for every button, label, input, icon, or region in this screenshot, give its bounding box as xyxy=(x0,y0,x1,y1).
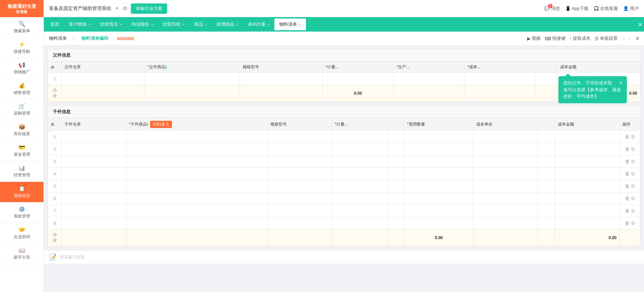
sidebar-item-finance[interactable]: 💳 资金管理 xyxy=(0,141,44,161)
child-warehouse-cell[interactable] xyxy=(62,217,126,230)
close-goods-tab-icon[interactable]: × xyxy=(205,22,207,26)
parent-spec-cell[interactable] xyxy=(239,73,322,85)
child-warehouse-cell[interactable] xyxy=(62,205,126,217)
scan-input-button[interactable]: 扫码录入 xyxy=(150,121,172,128)
child-spec-cell[interactable] xyxy=(267,180,332,192)
parent-unit-cell[interactable] xyxy=(322,73,393,85)
close-new-goods-tab-icon[interactable]: × xyxy=(236,22,238,26)
child-qty-cell[interactable] xyxy=(404,131,473,143)
child-goods-cell[interactable] xyxy=(126,217,267,230)
try-button[interactable]: 体验行业方案 xyxy=(131,3,167,14)
sidebar-item-sales[interactable]: 💰 销售管理 xyxy=(0,79,44,100)
delete-row-icon[interactable]: 🗑 xyxy=(625,220,630,226)
child-unit-cell[interactable] xyxy=(332,205,387,217)
child-goods-cell[interactable] xyxy=(126,180,267,192)
child-amount-cell[interactable] xyxy=(555,131,620,143)
close-barcode-tab-icon[interactable]: × xyxy=(268,22,270,26)
tab-history[interactable]: 经营历程 × xyxy=(158,19,189,30)
child-spec-cell[interactable] xyxy=(267,131,332,143)
child-unit-cost-cell[interactable] xyxy=(473,168,538,180)
child-spec-cell[interactable] xyxy=(267,205,332,217)
tab-barcode[interactable]: 条码方案 × xyxy=(243,19,274,30)
delete-row-icon[interactable]: 🗑 xyxy=(625,146,630,152)
tab-operations[interactable]: 经营情况 × xyxy=(95,19,126,30)
sidebar-item-system[interactable]: ⚙️ 系统管理 xyxy=(0,202,44,223)
child-amount-cell[interactable] xyxy=(555,168,620,180)
dropdown-arrow-icon[interactable]: ▼ xyxy=(115,6,119,11)
child-warehouse-cell[interactable] xyxy=(62,192,126,205)
child-unit-cost-cell[interactable] xyxy=(473,192,538,205)
close-customer-tab-icon[interactable]: × xyxy=(88,22,90,26)
child-amount-cell[interactable] xyxy=(555,143,620,155)
tab-home[interactable]: 首页 xyxy=(46,19,64,30)
child-unit-cost-cell[interactable] xyxy=(473,205,538,217)
parent-produce-cell[interactable] xyxy=(394,73,465,85)
child-qty-cell[interactable] xyxy=(404,205,473,217)
online-service-item[interactable]: 🎧 在线客服 xyxy=(594,5,618,12)
tab-goods[interactable]: 商品 × xyxy=(189,19,212,30)
child-unit-cost-cell[interactable] xyxy=(473,180,538,192)
child-unit-cost-cell[interactable] xyxy=(473,131,538,143)
tooltip-close-button[interactable]: × xyxy=(619,80,622,86)
child-amount-cell[interactable] xyxy=(555,205,620,217)
delete-row-icon[interactable]: 🗑 xyxy=(625,159,630,164)
child-warehouse-cell[interactable] xyxy=(62,180,126,192)
sidebar-item-quick-nav[interactable]: ⚡ 快捷导航 xyxy=(0,38,44,58)
child-qty-cell[interactable] xyxy=(404,192,473,205)
child-spec-cell[interactable] xyxy=(267,143,332,155)
child-qty-cell[interactable] xyxy=(404,180,473,192)
child-unit-cost-cell[interactable] xyxy=(473,155,538,168)
single-setting-tool[interactable]: ☰ 单据设置 xyxy=(595,35,618,42)
child-qty-cell[interactable] xyxy=(404,168,473,180)
child-warehouse-cell[interactable] xyxy=(62,155,126,168)
child-col-settings[interactable]: ⚙ xyxy=(48,118,62,131)
app-download-item[interactable]: 📱 App下载 xyxy=(565,5,589,12)
delete-row-icon[interactable]: 🗑 xyxy=(625,134,630,140)
sidebar-item-operations[interactable]: 📊 经营管理 xyxy=(0,161,44,182)
next-arrow-icon[interactable]: › xyxy=(627,35,632,42)
close-history-tab-icon[interactable]: × xyxy=(182,22,184,26)
child-unit-cell[interactable] xyxy=(332,143,387,155)
sidebar-item-enterprise[interactable]: 🤝 企业协同 xyxy=(0,223,44,244)
child-spec-cell[interactable] xyxy=(267,168,332,180)
child-goods-cell[interactable] xyxy=(126,205,267,217)
child-goods-cell[interactable] xyxy=(126,192,267,205)
copy-row-icon[interactable]: ⧉ xyxy=(631,171,635,177)
child-goods-cell[interactable] xyxy=(126,155,267,168)
child-unit-cost-cell[interactable] xyxy=(473,143,538,155)
breadcrumb-bom-list[interactable]: 物料清单 xyxy=(49,35,67,42)
copy-row-icon[interactable]: ⧉ xyxy=(631,220,635,226)
list-view-icon[interactable]: ≡ xyxy=(636,35,639,42)
sidebar-item-purchase[interactable]: 🛒 采购管理 xyxy=(0,100,44,120)
child-unit-cell[interactable] xyxy=(332,192,387,205)
copy-row-icon[interactable]: ⧉ xyxy=(631,183,635,189)
child-goods-cell[interactable] xyxy=(126,131,267,143)
child-spec-cell[interactable] xyxy=(267,192,332,205)
child-unit-cell[interactable] xyxy=(332,168,387,180)
close-bom-tab-icon[interactable]: × xyxy=(299,22,301,26)
child-amount-cell[interactable] xyxy=(555,180,620,192)
tab-bom[interactable]: 物料清单 × xyxy=(274,19,306,30)
parent-cost-cell[interactable] xyxy=(465,73,535,85)
view-tool[interactable]: ▶ 视频 xyxy=(527,35,541,42)
child-unit-cell[interactable] xyxy=(332,155,387,168)
parent-warehouse-cell[interactable] xyxy=(62,73,145,85)
delete-row-icon[interactable]: 🗑 xyxy=(625,183,630,189)
sidebar-item-basic-info[interactable]: 📋 基础信息 xyxy=(0,182,44,202)
close-all-tabs-icon[interactable]: ✕ xyxy=(638,21,642,28)
sidebar-item-marketing[interactable]: 📢 营销推广 xyxy=(0,58,44,79)
child-amount-cell[interactable] xyxy=(555,192,620,205)
child-spec-cell[interactable] xyxy=(267,217,332,230)
child-goods-cell[interactable] xyxy=(126,168,267,180)
shortcut-tool[interactable]: ⌨ 快捷键 xyxy=(545,35,566,42)
child-amount-cell[interactable] xyxy=(555,155,620,168)
child-amount-cell[interactable] xyxy=(555,217,620,230)
copy-row-icon[interactable]: ⧉ xyxy=(631,196,635,201)
child-qty-cell[interactable] xyxy=(404,217,473,230)
child-warehouse-cell[interactable] xyxy=(62,131,126,143)
sidebar-item-search[interactable]: 🔍 搜索菜单 xyxy=(0,17,44,38)
close-operations-tab-icon[interactable]: × xyxy=(120,22,122,26)
child-unit-cost-cell[interactable] xyxy=(473,217,538,230)
parent-col-settings[interactable]: ⚙ xyxy=(48,62,62,73)
child-qty-cell[interactable] xyxy=(404,143,473,155)
